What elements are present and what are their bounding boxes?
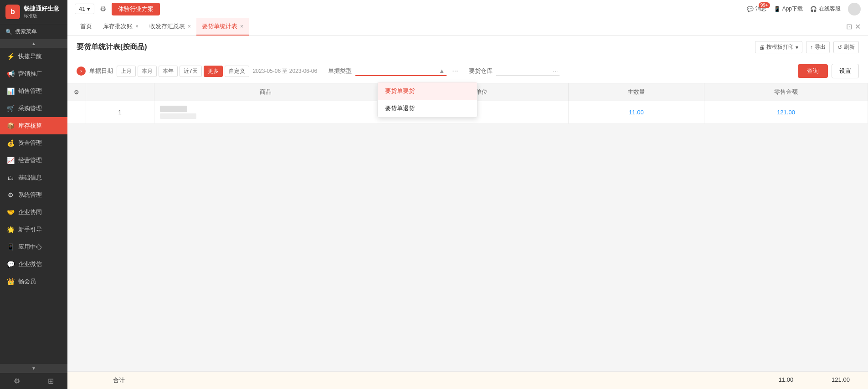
tab-close-receive-summary[interactable]: × — [188, 23, 191, 30]
operations-icon: 📈 — [6, 157, 15, 164]
type-label: 单据类型 — [328, 67, 352, 75]
query-btn[interactable]: 查询 — [798, 64, 828, 78]
settings-bottom-btn[interactable]: ⚙ — [14, 377, 20, 385]
col-settings[interactable]: ⚙ — [67, 83, 86, 101]
wechat-icon: 💬 — [6, 261, 15, 268]
settings-gear-icon[interactable]: ⚙ — [100, 5, 106, 13]
user-avatar[interactable] — [848, 3, 861, 15]
guide-icon: 🌟 — [6, 226, 15, 233]
edition: 标准版 — [24, 13, 59, 19]
last-month-btn[interactable]: 上月 — [117, 66, 136, 77]
tab-order-stats[interactable]: 要货单统计表 × — [196, 18, 249, 36]
footer-unit — [704, 376, 759, 384]
type-chevron-up-icon[interactable]: ▲ — [439, 67, 445, 74]
page-actions: 🖨 按模板打印 ▾ ↑ 导出 ↺ 刷新 — [755, 41, 859, 59]
headset-icon: 🎧 — [810, 6, 817, 12]
header-left: 41 ▾ ⚙ 体验行业方案 — [75, 3, 160, 15]
dropdown-item-order-goods[interactable]: 要货单要货 — [378, 82, 477, 100]
sidebar-item-member[interactable]: 👑 畅会员 — [0, 273, 67, 290]
tabs-window-btn[interactable]: ⊡ — [846, 22, 852, 31]
settings-btn[interactable]: 设置 — [832, 64, 859, 78]
sidebar-item-appstore[interactable]: 📱 应用中心 — [0, 238, 67, 256]
product-name-placeholder — [160, 106, 187, 112]
messages-btn[interactable]: 💬 消息 99+ — [747, 5, 766, 13]
row-qty-link[interactable]: 11.00 — [629, 109, 644, 116]
refresh-icon: ↺ — [837, 44, 842, 51]
tab-home[interactable]: 首页 — [75, 18, 98, 36]
dropdown-item-order-return[interactable]: 要货单退货 — [378, 100, 477, 117]
refresh-btn[interactable]: ↺ 刷新 — [833, 41, 859, 53]
row-amount-link[interactable]: 121.00 — [777, 109, 795, 116]
row-settings-cell — [67, 101, 86, 124]
sidebar-item-purchase[interactable]: 🛒 采购管理 — [0, 100, 67, 117]
sidebar-item-marketing[interactable]: 📢 营销推广 — [0, 65, 67, 82]
export-btn[interactable]: ↑ 导出 — [806, 41, 830, 53]
tab-inventory-batch[interactable]: 库存批次账 × — [98, 18, 144, 36]
industry-btn[interactable]: 体验行业方案 — [112, 3, 160, 15]
row-amount: 121.00 — [704, 101, 868, 124]
sidebar: b 畅捷通好生意 标准版 🔍 搜索菜单 ▲ ⚡ 快捷导航 📢 营销推广 📊 销售… — [0, 0, 67, 389]
export-icon: ↑ — [810, 44, 813, 51]
warehouse-input[interactable] — [498, 67, 553, 74]
col-seq — [86, 83, 154, 101]
chevron-down-icon: ▾ — [87, 5, 90, 12]
print-icon: 🖨 — [759, 44, 765, 51]
type-select-input[interactable] — [357, 67, 439, 74]
warehouse-more-icon[interactable]: ··· — [553, 67, 558, 74]
tab-close-order-stats[interactable]: × — [240, 23, 243, 30]
more-dates-btn[interactable]: 更多 — [204, 66, 223, 77]
custom-date-btn[interactable]: 自定义 — [225, 66, 249, 77]
footer-label: 合计 — [104, 376, 704, 384]
page-title: 要货单统计表(按商品) — [77, 42, 147, 57]
product-cell — [160, 106, 371, 119]
content-area: 要货单统计表(按商品) 🖨 按模板打印 ▾ ↑ 导出 ↺ 刷新 › — [67, 36, 868, 389]
search-menu-item[interactable]: 🔍 搜索菜单 — [0, 24, 67, 39]
sidebar-item-basics[interactable]: 🗂 基础信息 — [0, 169, 67, 186]
row-qty: 11.00 — [568, 101, 704, 124]
table-settings-icon[interactable]: ⚙ — [74, 89, 79, 96]
sidebar-item-enterprise[interactable]: 🤝 企业协同 — [0, 204, 67, 221]
sidebar-item-sales[interactable]: 📊 销售管理 — [0, 82, 67, 100]
top-header: 41 ▾ ⚙ 体验行业方案 💬 消息 99+ 📱 App下载 🎧 在线客服 — [67, 0, 868, 18]
col-amount: 零售金额 — [704, 83, 868, 101]
date-label: 单据日期 — [89, 67, 113, 75]
appstore-icon: 📱 — [6, 243, 15, 251]
sidebar-item-wechat[interactable]: 💬 企业微信 — [0, 256, 67, 273]
print-btn[interactable]: 🖨 按模板打印 ▾ — [755, 41, 802, 53]
store-count: 41 — [79, 5, 85, 12]
type-more-btn[interactable]: ··· — [452, 67, 458, 75]
quicknav-icon: ⚡ — [6, 53, 15, 60]
online-service-btn[interactable]: 🎧 在线客服 — [810, 5, 841, 13]
system-icon: ⚙ — [6, 191, 15, 199]
sidebar-item-quicknav[interactable]: ⚡ 快捷导航 — [0, 48, 67, 65]
sidebar-item-system[interactable]: ⚙ 系统管理 — [0, 186, 67, 204]
tabs-actions: ⊡ ✕ — [846, 22, 861, 31]
tab-close-inventory-batch[interactable]: × — [135, 23, 139, 30]
col-product: 商品 — [154, 83, 377, 101]
product-code-placeholder — [160, 113, 196, 119]
basics-icon: 🗂 — [6, 174, 15, 181]
tabs-close-btn[interactable]: ✕ — [855, 22, 861, 31]
collapse-btn[interactable]: ⊞ — [48, 377, 54, 385]
tab-receive-summary[interactable]: 收发存汇总表 × — [144, 18, 196, 36]
this-month-btn[interactable]: 本月 — [138, 66, 157, 77]
tabs-bar: 首页 库存批次账 × 收发存汇总表 × 要货单统计表 × ⊡ ✕ — [67, 18, 868, 36]
filter-expand-btn[interactable]: › — [77, 67, 86, 76]
sidebar-item-inventory[interactable]: 📦 库存核算 — [0, 117, 67, 134]
scroll-up-btn[interactable]: ▲ — [0, 39, 67, 48]
last-7-days-btn[interactable]: 近7天 — [180, 66, 202, 77]
sidebar-nav: ⚡ 快捷导航 📢 营销推广 📊 销售管理 🛒 采购管理 📦 库存核算 💰 资金管… — [0, 48, 67, 364]
company-name: 畅捷通好生意 — [24, 5, 59, 13]
store-select[interactable]: 41 ▾ — [75, 4, 94, 14]
this-year-btn[interactable]: 本年 — [159, 66, 178, 77]
sidebar-item-operations[interactable]: 📈 经营管理 — [0, 152, 67, 169]
purchase-icon: 🛒 — [6, 105, 15, 112]
footer-total-amount: 121.00 — [813, 376, 868, 384]
sales-icon: 📊 — [6, 87, 15, 95]
sidebar-item-guide[interactable]: 🌟 新手引导 — [0, 221, 67, 238]
sidebar-item-finance[interactable]: 💰 资金管理 — [0, 134, 67, 152]
row-seq: 1 — [86, 101, 154, 124]
app-download-btn[interactable]: 📱 App下载 — [774, 5, 803, 13]
scroll-down-btn[interactable]: ▼ — [0, 364, 67, 373]
date-period-btns: 上月 本月 本年 近7天 更多 自定义 — [117, 66, 249, 77]
